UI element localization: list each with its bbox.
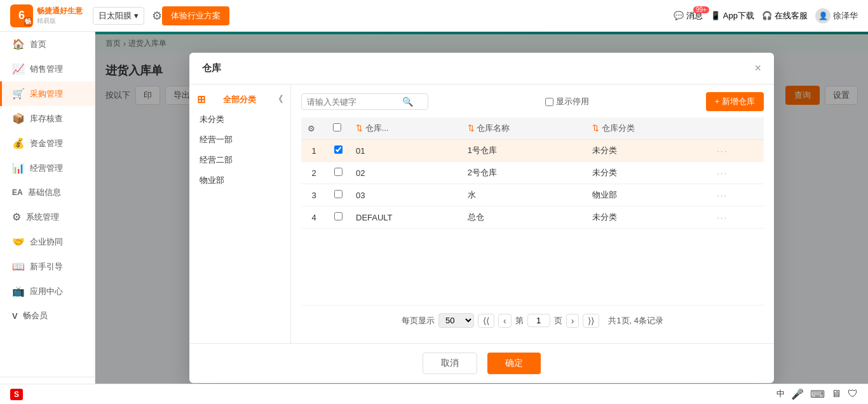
search-box[interactable]: 🔍 bbox=[301, 93, 428, 110]
sidebar-item-purchase[interactable]: 🛒 采购管理 bbox=[0, 81, 95, 106]
table-row[interactable]: 4 DEFAULT 总仓 未分类 ··· bbox=[301, 206, 764, 229]
collapse-button[interactable]: 《 bbox=[274, 94, 283, 105]
confirm-button[interactable]: 确定 bbox=[487, 353, 541, 374]
logo-icon: 6 bbox=[10, 4, 33, 27]
col-header-check bbox=[327, 118, 349, 140]
modal-overlay: 仓库 × ⊞ 全部分类 《 未分类 经营一部 经营二部 bbox=[95, 32, 868, 404]
app-logo: 6 畅捷通好生意 精易版 bbox=[10, 4, 83, 27]
row-name: 水 bbox=[461, 184, 586, 206]
prev-page-button[interactable]: ‹ bbox=[498, 314, 512, 328]
app-center-icon: 📺 bbox=[12, 285, 25, 297]
edition-label: 精易版 bbox=[37, 17, 83, 25]
bottom-icons: 中 🎤 ⌨ 🖥 🛡 bbox=[776, 388, 858, 400]
sidebar-item-system[interactable]: ⚙ 系统管理 bbox=[0, 205, 95, 229]
table-row[interactable]: 2 02 2号仓库 未分类 ··· bbox=[301, 162, 764, 184]
sidebar-item-guide[interactable]: 📖 新手引导 bbox=[0, 254, 95, 279]
messages-button[interactable]: 💬 消息 99+ bbox=[674, 10, 703, 22]
search-input[interactable] bbox=[307, 97, 402, 107]
row-more[interactable]: ··· bbox=[710, 140, 764, 162]
cancel-button[interactable]: 取消 bbox=[423, 353, 477, 374]
chevron-down-icon: ▾ bbox=[134, 11, 139, 20]
row-checkbox[interactable] bbox=[334, 190, 342, 198]
row-code: 02 bbox=[349, 162, 461, 184]
category-item-uncategorized[interactable]: 未分类 bbox=[189, 109, 290, 130]
basic-info-icon: EA bbox=[12, 188, 23, 197]
col-header-settings: ⚙ bbox=[301, 118, 327, 140]
chinese-input-icon: 中 bbox=[776, 388, 785, 400]
bottom-logo: S bbox=[10, 389, 23, 400]
row-more[interactable]: ··· bbox=[710, 184, 764, 206]
shield-icon-bottom: 🛡 bbox=[848, 388, 858, 400]
sort-icon: ⇅ bbox=[356, 123, 363, 133]
sidebar-item-enterprise[interactable]: 🤝 企业协同 bbox=[0, 229, 95, 254]
sidebar-item-basic-info[interactable]: EA 基础信息 bbox=[0, 180, 95, 205]
row-more[interactable]: ··· bbox=[710, 162, 764, 184]
last-page-button[interactable]: ⟩⟩ bbox=[583, 314, 599, 328]
trial-button[interactable]: 体验行业方案 bbox=[162, 6, 229, 25]
sidebar-item-purchase-label: 采购管理 bbox=[30, 88, 63, 100]
first-page-button[interactable]: ⟨⟨ bbox=[478, 314, 494, 328]
online-service-label: 在线客服 bbox=[775, 10, 808, 22]
sidebar-item-app-center-label: 应用中心 bbox=[30, 286, 63, 297]
row-checkbox-cell bbox=[327, 184, 349, 206]
select-all-checkbox[interactable] bbox=[333, 123, 341, 131]
sidebar-item-basic-info-label: 基础信息 bbox=[28, 187, 61, 198]
col-header-more bbox=[710, 118, 764, 140]
col-header-code: ⇅ 仓库... bbox=[349, 118, 461, 140]
row-category: 未分类 bbox=[586, 140, 710, 162]
next-page-button[interactable]: › bbox=[566, 314, 580, 328]
category-item-ops2[interactable]: 经营二部 bbox=[189, 150, 290, 170]
category-item-ops1[interactable]: 经营一部 bbox=[189, 130, 290, 150]
more-actions-icon[interactable]: ··· bbox=[717, 146, 728, 156]
store-selector[interactable]: 日太阳膜 ▾ bbox=[93, 7, 144, 25]
app-download-button[interactable]: 📱 App下载 bbox=[710, 10, 754, 22]
purchase-icon: 🛒 bbox=[12, 88, 25, 100]
enterprise-icon: 🤝 bbox=[12, 236, 25, 248]
sidebar-item-home[interactable]: 🏠 首页 bbox=[0, 32, 95, 57]
online-service-button[interactable]: 🎧 在线客服 bbox=[762, 10, 808, 22]
row-checkbox-cell bbox=[327, 140, 349, 162]
modal-content-right: 🔍 显示停用 + 新增仓库 bbox=[291, 84, 774, 343]
all-categories-header[interactable]: ⊞ 全部分类 《 bbox=[189, 90, 290, 109]
table-row[interactable]: 3 03 水 物业部 ··· bbox=[301, 184, 764, 206]
finance-icon: 💰 bbox=[12, 137, 25, 149]
sidebar-item-finance[interactable]: 💰 资金管理 bbox=[0, 131, 95, 156]
row-checkbox[interactable] bbox=[334, 145, 342, 154]
row-category: 物业部 bbox=[586, 184, 710, 206]
page-input[interactable] bbox=[527, 314, 550, 327]
row-num: 2 bbox=[301, 162, 327, 184]
show-disabled-checkbox[interactable] bbox=[545, 98, 553, 106]
operations-icon: 📊 bbox=[12, 162, 25, 174]
sidebar-item-operations[interactable]: 📊 经营管理 bbox=[0, 156, 95, 180]
row-more[interactable]: ··· bbox=[710, 206, 764, 229]
row-checkbox[interactable] bbox=[334, 168, 342, 176]
per-page-select[interactable]: 50 100 bbox=[438, 313, 474, 328]
main-layout: 🏠 首页 📈 销售管理 🛒 采购管理 📦 库存核查 💰 资金管理 📊 经营管理 … bbox=[0, 32, 868, 404]
system-icon: ⚙ bbox=[12, 211, 21, 223]
gear-icon[interactable]: ⚙ bbox=[152, 9, 162, 23]
table-row[interactable]: 1 01 1号仓库 未分类 ··· bbox=[301, 140, 764, 162]
sidebar-item-app-center[interactable]: 📺 应用中心 bbox=[0, 279, 95, 304]
bottom-bar: S 中 🎤 ⌨ 🖥 🛡 bbox=[0, 384, 868, 404]
add-warehouse-button[interactable]: + 新增仓库 bbox=[706, 92, 764, 111]
warehouse-table-container: ⚙ ⇅ 仓库... bbox=[301, 118, 764, 305]
more-actions-icon[interactable]: ··· bbox=[717, 191, 728, 200]
row-num: 3 bbox=[301, 184, 327, 206]
more-actions-icon[interactable]: ··· bbox=[717, 168, 728, 178]
keyboard-icon: ⌨ bbox=[810, 388, 825, 400]
sidebar-item-sales[interactable]: 📈 销售管理 bbox=[0, 57, 95, 81]
row-code: 03 bbox=[349, 184, 461, 206]
row-code: 01 bbox=[349, 140, 461, 162]
modal-footer: 取消 确定 bbox=[189, 343, 774, 383]
modal-close-button[interactable]: × bbox=[754, 62, 761, 75]
sidebar: 🏠 首页 📈 销售管理 🛒 采购管理 📦 库存核查 💰 资金管理 📊 经营管理 … bbox=[0, 32, 95, 404]
user-name: 徐泽华 bbox=[833, 10, 858, 22]
sidebar-item-inventory[interactable]: 📦 库存核查 bbox=[0, 106, 95, 131]
user-menu[interactable]: 👤 徐泽华 bbox=[815, 8, 858, 24]
inventory-icon: 📦 bbox=[12, 112, 25, 125]
row-checkbox[interactable] bbox=[334, 212, 342, 220]
more-actions-icon[interactable]: ··· bbox=[717, 213, 728, 222]
show-disabled-label: 显示停用 bbox=[556, 96, 589, 107]
sidebar-item-vip[interactable]: V 畅会员 bbox=[0, 304, 95, 328]
category-item-property[interactable]: 物业部 bbox=[189, 170, 290, 191]
